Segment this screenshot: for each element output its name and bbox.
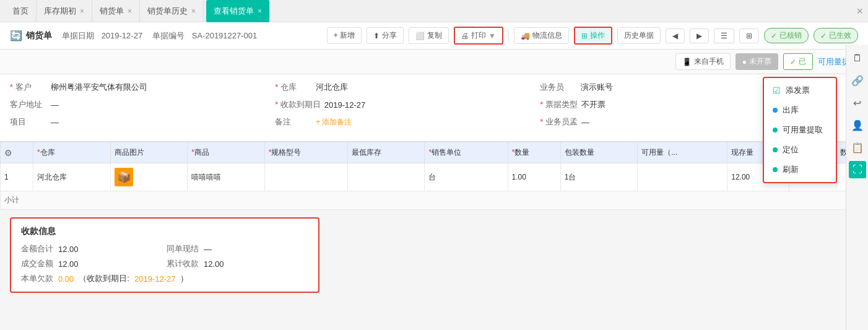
col-unit: *销售单位 [425,142,508,163]
row-img: 📦 [110,163,188,191]
from-mobile-button[interactable]: 📱 来自手机 [675,53,731,70]
dot-teal-icon-2 [773,147,778,152]
row-qty: 1.00 [508,163,560,191]
warehouse-value: 河北仓库 [316,82,348,93]
row-min-stock [347,163,425,191]
dropdown-outbound[interactable]: 出库 [764,100,836,120]
col-product: *商品 [188,142,265,163]
tab-history[interactable]: 销货单历史 × [140,0,204,22]
sidebar-doc-icon[interactable]: 📋 [849,139,866,156]
col-pkg: 包装数量 [560,142,638,163]
sidebar-user-icon[interactable]: 👤 [849,116,866,134]
operation-button[interactable]: ⊞ 操作 [574,27,612,45]
deal-amount-label: 成交金额 [21,258,53,269]
amount-total-label: 金额合计 [21,243,53,254]
dropdown-quantity-pickup[interactable]: 可用量提取 [764,120,836,140]
tab-view-sales[interactable]: 查看销货单 × [206,0,270,22]
not-open-button[interactable]: ● 未开票 [736,53,778,70]
deal-amount-value: 12.00 [58,259,79,269]
right-sidebar: 🗒 🔗 ↩ 👤 📋 ⛶ [846,45,868,330]
row-product: 嘻嘻嘻嘻 [188,163,265,191]
window-close-button[interactable]: × [856,4,863,17]
copy-button[interactable]: ⬜ 复制 [409,27,449,44]
status-sold-badge: ✓ 已核销 [764,28,809,43]
customer-field: 客户 柳州粤港平安气体有限公司 [10,82,275,93]
same-order-value: — [204,245,212,254]
check-icon: ✓ [771,32,777,40]
new-button[interactable]: + 新增 [327,27,362,44]
tab-inventory-close[interactable]: × [80,7,84,15]
doc-no: 单据编号 SA-20191227-001 [152,30,257,41]
list-view-button[interactable]: ☰ [714,28,734,43]
address-field: 客户地址 — [10,99,275,110]
staff-value: 演示账号 [581,82,613,93]
invoice-value: 不开票 [581,99,605,110]
note-label: 备注 [275,116,312,128]
not-open-icon: ● [742,58,747,66]
col-settings[interactable]: ⚙ [1,142,33,163]
tab-view-sales-close[interactable]: × [258,7,262,15]
toolbar-divider [508,30,509,42]
dot-teal-icon-3 [773,167,778,172]
col-img: 商品图片 [110,142,188,163]
logistics-icon: 🚚 [521,32,530,40]
col-available: 可用量（... [638,142,727,163]
check-circle-icon: ✓ [790,58,796,66]
owed-date: 2019-12-27 [134,274,176,284]
checkbox-icon: ☑ [773,85,781,95]
owed-row: 本单欠款 0.00 （收款到期日: 2019-12-27 ） [21,273,308,284]
sidebar-note-icon[interactable]: 🗒 [849,50,866,67]
share-button[interactable]: ⬆ 分享 [367,27,404,44]
col-min-stock: 最低库存 [347,142,425,163]
print-icon: 🖨 [461,32,469,40]
prev-button[interactable]: ◀ [666,28,685,43]
owed-note-end: ） [180,273,188,284]
col-qty: *数量 [508,142,560,163]
table-scroll[interactable]: ⚙ *仓库 商品图片 *商品 *规格型号 最低库存 *销售单位 *数量 包装数量… [0,142,868,210]
dropdown-locate[interactable]: 定位 [764,140,836,160]
doc-meta: 单据日期 2019-12-27 单据编号 SA-20191227-001 [62,30,257,41]
add-note-button[interactable]: 添加备注 [316,117,352,128]
same-order-label: 同单现结 [167,243,199,254]
logistics-button[interactable]: 🚚 物流信息 [514,27,569,44]
history-button[interactable]: 历史单据 [617,27,661,44]
dropdown-add-invoice[interactable]: ☑ 添发票 [764,80,836,100]
staff2-label: 业务员孟 [540,116,578,128]
note-field: 备注 添加备注 [275,116,540,128]
row-no: 1 [1,163,33,191]
sidebar-return-icon[interactable]: ↩ [849,94,866,111]
main-content: 🔄 销货单 单据日期 2019-12-27 单据编号 SA-20191227-0… [0,22,868,330]
row-available [638,163,727,191]
address-label: 客户地址 [10,99,47,110]
dot-teal-icon-1 [773,128,778,132]
row-pkg: 1台 [560,163,638,191]
copy-icon: ⬜ [415,32,425,40]
sidebar-expand-icon[interactable]: ⛶ [849,161,866,178]
tab-sales[interactable]: 销货单 × [92,0,140,22]
dropdown-refresh[interactable]: 刷新 [764,160,836,180]
owed-note: （收款到期日: [79,273,129,284]
next-button[interactable]: ▶ [690,28,709,43]
tab-history-close[interactable]: × [191,7,196,15]
warehouse-label: 仓库 [275,82,312,93]
sidebar-link-icon[interactable]: 🔗 [849,72,866,89]
payment-due-value: 2019-12-27 [324,100,366,110]
payment-due-field: 收款到期日 2019-12-27 [275,99,540,110]
subtotal-row: 小计 [1,191,868,210]
operation-dropdown: ☑ 添发票 出库 可用量提取 定位 刷新 [763,77,837,183]
tab-home[interactable]: 首页 [5,0,37,22]
row-warehouse: 河北仓库 [33,163,111,191]
payment-due-label: 收款到期日 [275,99,321,110]
check-button[interactable]: ✓ 已 [783,53,813,70]
address-value: — [51,100,59,110]
doc-icon: 🔄 [10,30,22,41]
form-section: 客户 柳州粤港平安气体有限公司 仓库 河北仓库 业务员 演示账号 客户地址 — … [0,74,868,142]
print-button[interactable]: 🖨 打印 ▼ [454,27,503,45]
doc-title: 🔄 销货单 [10,30,52,41]
status-effective-badge: ✓ 已生效 [814,28,858,43]
tab-sales-close[interactable]: × [128,7,132,15]
tab-inventory[interactable]: 库存期初 × [37,0,92,22]
project-label: 项目 [10,116,47,128]
grid-view-button[interactable]: ⊞ [739,28,759,43]
print-dropdown-icon: ▼ [488,32,496,40]
